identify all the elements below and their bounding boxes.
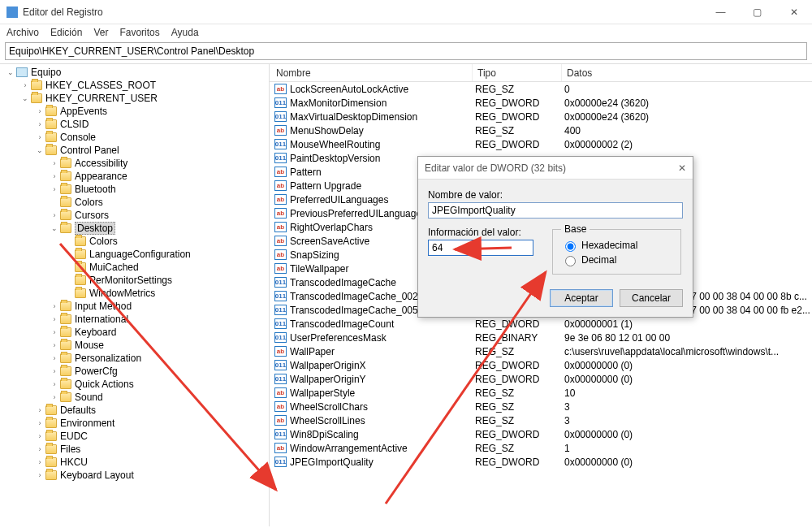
chevron-right-icon[interactable]: › — [50, 367, 58, 375]
tree-item[interactable]: ›HKCU — [0, 456, 269, 469]
tree-item[interactable]: ›Console — [0, 131, 269, 144]
tree-item[interactable]: ›AppEvents — [0, 105, 269, 118]
list-row[interactable]: 011MaxVirtualDesktopDimensionREG_DWORD0x… — [270, 110, 812, 123]
chevron-right-icon[interactable]: › — [36, 120, 44, 128]
tree-item[interactable]: WindowMetrics — [0, 287, 269, 300]
list-row[interactable]: 011WallpaperOriginXREG_DWORD0x00000000 (… — [270, 358, 812, 372]
tree-item[interactable]: ›Personalization — [0, 352, 269, 365]
folder-icon — [45, 418, 57, 428]
tree-item[interactable]: ›Keyboard Layout — [0, 469, 269, 482]
chevron-right-icon[interactable]: › — [36, 406, 44, 414]
tree-item[interactable]: ›Mouse — [0, 339, 269, 352]
tree-item[interactable]: ›CLSID — [0, 118, 269, 131]
tree-item[interactable]: MuiCached — [0, 261, 269, 274]
list-row[interactable]: abMenuShowDelayREG_SZ400 — [270, 123, 812, 137]
tree-item[interactable]: ›Input Method — [0, 300, 269, 313]
col-header-tipo[interactable]: Tipo — [473, 64, 562, 81]
chevron-right-icon[interactable]: › — [50, 172, 58, 180]
address-bar[interactable]: Equipo\HKEY_CURRENT_USER\Control Panel\D… — [5, 42, 807, 60]
col-header-nombre[interactable]: Nombre — [270, 64, 473, 81]
radio-dec-input[interactable] — [565, 256, 576, 266]
chevron-right-icon[interactable]: › — [50, 302, 58, 310]
chevron-right-icon[interactable]: › — [36, 471, 44, 479]
chevron-right-icon[interactable]: › — [36, 432, 44, 440]
tree-item[interactable]: ⌄Equipo — [0, 66, 269, 79]
list-row[interactable]: abWindowArrangementActiveREG_SZ1 — [270, 441, 812, 455]
maximize-button[interactable]: ▢ — [739, 0, 775, 24]
menu-ayuda[interactable]: Ayuda — [171, 27, 199, 38]
tree-item[interactable]: ›EUDC — [0, 430, 269, 443]
tree-item[interactable]: ›Accessibility — [0, 157, 269, 170]
value-name-input[interactable] — [428, 202, 683, 219]
base-legend: Base — [561, 223, 590, 235]
tree-item[interactable]: ⌄Control Panel — [0, 144, 269, 157]
chevron-right-icon[interactable]: › — [50, 328, 58, 336]
list-row[interactable]: abWheelScrollCharsREG_SZ3 — [270, 400, 812, 413]
chevron-right-icon[interactable]: › — [36, 133, 44, 141]
list-row[interactable]: 011MaxMonitorDimensionREG_DWORD0x00000e2… — [270, 96, 812, 110]
menu-archivo[interactable]: Archivo — [6, 27, 39, 38]
col-header-datos[interactable]: Datos — [562, 64, 812, 81]
chevron-right-icon[interactable]: › — [50, 393, 58, 401]
value-data-input[interactable] — [428, 240, 533, 256]
radio-decimal[interactable]: Decimal — [561, 253, 672, 267]
chevron-right-icon[interactable]: › — [36, 419, 44, 427]
tree-item[interactable]: Colors — [0, 196, 269, 209]
radio-hex-input[interactable] — [565, 241, 576, 252]
tree-item[interactable]: ›Keyboard — [0, 326, 269, 339]
tree-item[interactable]: LanguageConfiguration — [0, 248, 269, 261]
tree-item[interactable]: ›Sound — [0, 391, 269, 404]
chevron-right-icon[interactable]: › — [50, 185, 58, 193]
chevron-down-icon[interactable]: ⌄ — [36, 146, 44, 154]
tree-item[interactable]: ›Environment — [0, 417, 269, 430]
chevron-right-icon[interactable]: › — [50, 159, 58, 167]
chevron-right-icon[interactable]: › — [50, 341, 58, 349]
tree-item[interactable]: ›HKEY_CLASSES_ROOT — [0, 79, 269, 92]
chevron-right-icon[interactable]: › — [36, 107, 44, 115]
tree-item[interactable]: PerMonitorSettings — [0, 274, 269, 287]
tree-label: Keyboard — [75, 327, 116, 338]
accept-button[interactable]: Aceptar — [550, 289, 613, 307]
chevron-down-icon[interactable]: ⌄ — [6, 68, 15, 76]
radio-hexadecimal[interactable]: Hexadecimal — [561, 238, 672, 253]
cancel-button[interactable]: Cancelar — [620, 289, 683, 307]
chevron-right-icon[interactable]: › — [50, 354, 58, 362]
list-row[interactable]: abWallPaperREG_SZc:\users\ruvel\appdata\… — [270, 344, 812, 358]
menu-ver[interactable]: Ver — [93, 27, 108, 38]
chevron-down-icon[interactable]: ⌄ — [50, 224, 58, 232]
chevron-right-icon[interactable]: › — [50, 380, 58, 388]
chevron-right-icon[interactable]: › — [36, 445, 44, 453]
tree-item[interactable]: ›Files — [0, 443, 269, 456]
list-row[interactable]: abLockScreenAutoLockActiveREG_SZ0 — [270, 82, 812, 96]
chevron-right-icon[interactable]: › — [50, 211, 58, 219]
tree-item[interactable]: Colors — [0, 235, 269, 248]
tree-item[interactable]: ›Cursors — [0, 209, 269, 222]
tree-item[interactable]: ›PowerCfg — [0, 365, 269, 378]
list-row[interactable]: abWheelScrollLinesREG_SZ3 — [270, 413, 812, 427]
minimize-button[interactable]: — — [702, 0, 739, 24]
chevron-down-icon[interactable]: ⌄ — [21, 94, 29, 102]
chevron-right-icon[interactable]: › — [50, 315, 58, 323]
value-name: WheelScrollLines — [290, 415, 472, 426]
tree-item[interactable]: ›Bluetooth — [0, 183, 269, 196]
tree-item[interactable]: ›Quick Actions — [0, 378, 269, 391]
menu-edicion[interactable]: Edición — [50, 27, 82, 38]
tree-item[interactable]: ⌄Desktop — [0, 222, 269, 235]
tree-pane[interactable]: ⌄Equipo›HKEY_CLASSES_ROOT⌄HKEY_CURRENT_U… — [0, 64, 270, 526]
list-row[interactable]: 011JPEGImportQualityREG_DWORD0x00000000 … — [270, 455, 812, 469]
chevron-right-icon[interactable]: › — [36, 458, 44, 466]
tree-item[interactable]: ⌄HKEY_CURRENT_USER — [0, 92, 269, 105]
tree-item[interactable]: ›Appearance — [0, 170, 269, 183]
list-row[interactable]: 011MouseWheelRoutingREG_DWORD0x00000002 … — [270, 137, 812, 151]
tree-item[interactable]: ›Defaults — [0, 404, 269, 417]
close-button[interactable]: ✕ — [775, 0, 812, 24]
tree-item[interactable]: ›International — [0, 313, 269, 326]
list-row[interactable]: abWallpaperStyleREG_SZ10 — [270, 386, 812, 400]
list-row[interactable]: 011UserPreferencesMaskREG_BINARY9e 3e 06… — [270, 331, 812, 344]
list-row[interactable]: 011TranscodedImageCountREG_DWORD0x000000… — [270, 317, 812, 331]
chevron-right-icon[interactable]: › — [21, 81, 29, 89]
dialog-close-icon[interactable]: ✕ — [678, 162, 686, 174]
menu-favoritos[interactable]: Favoritos — [119, 27, 159, 38]
list-row[interactable]: 011Win8DpiScalingREG_DWORD0x00000000 (0) — [270, 427, 812, 441]
list-row[interactable]: 011WallpaperOriginYREG_DWORD0x00000000 (… — [270, 372, 812, 386]
